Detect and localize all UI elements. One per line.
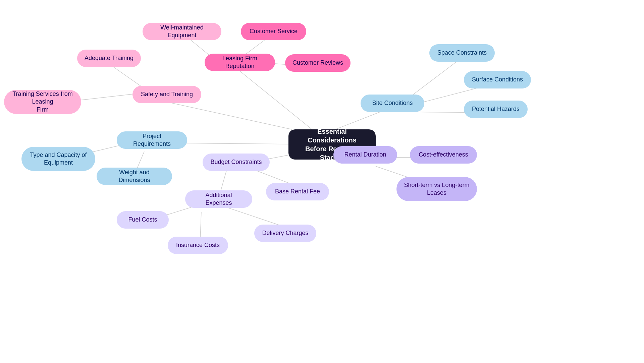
svg-line-12 bbox=[137, 152, 144, 169]
budget-constraints-node: Budget Constraints bbox=[203, 154, 270, 171]
cost-effectiveness-label: Cost-effectiveness bbox=[419, 151, 468, 159]
short-term-long-term-label: Short-term vs Long-term Leases bbox=[404, 181, 469, 197]
space-constraints-label: Space Constraints bbox=[437, 49, 487, 57]
insurance-costs-label: Insurance Costs bbox=[176, 241, 220, 249]
fuel-costs-label: Fuel Costs bbox=[128, 216, 157, 224]
cost-effectiveness-node: Cost-effectiveness bbox=[410, 146, 477, 164]
short-term-long-term-node: Short-term vs Long-term Leases bbox=[396, 177, 477, 201]
well-maintained-label: Well-maintained Equipment bbox=[149, 24, 215, 40]
customer-service-node: Customer Service bbox=[241, 23, 306, 40]
customer-reviews-node: Customer Reviews bbox=[285, 54, 351, 72]
safety-training-node: Safety and Training bbox=[132, 86, 201, 103]
budget-constraints-label: Budget Constraints bbox=[210, 158, 262, 166]
customer-service-label: Customer Service bbox=[250, 27, 298, 35]
type-capacity-label: Type and Capacity of Equipment bbox=[30, 151, 87, 167]
surface-conditions-label: Surface Conditions bbox=[472, 76, 523, 83]
well-maintained-node: Well-maintained Equipment bbox=[143, 23, 221, 40]
weight-dimensions-label: Weight and Dimensions bbox=[103, 169, 165, 184]
adequate-training-node: Adequate Training bbox=[77, 50, 141, 67]
project-requirements-node: Project Requirements bbox=[117, 131, 187, 149]
space-constraints-node: Space Constraints bbox=[429, 44, 495, 62]
weight-dimensions-node: Weight and Dimensions bbox=[97, 168, 172, 185]
svg-line-16 bbox=[200, 212, 201, 239]
training-services-label: Training Services from Leasing Firm bbox=[11, 90, 74, 114]
surface-conditions-node: Surface Conditions bbox=[464, 71, 531, 88]
delivery-charges-label: Delivery Charges bbox=[262, 229, 308, 237]
rental-duration-node: Rental Duration bbox=[333, 146, 397, 164]
potential-hazards-label: Potential Hazards bbox=[472, 105, 520, 113]
svg-line-0 bbox=[240, 71, 312, 129]
site-conditions-node: Site Conditions bbox=[361, 95, 424, 112]
leasing-firm-reputation-node: Leasing Firm Reputation bbox=[205, 54, 275, 71]
base-rental-fee-node: Base Rental Fee bbox=[266, 183, 329, 200]
delivery-charges-node: Delivery Charges bbox=[254, 225, 316, 242]
insurance-costs-node: Insurance Costs bbox=[168, 237, 228, 254]
svg-line-1 bbox=[167, 102, 292, 129]
additional-expenses-node: Additional Expenses bbox=[185, 190, 252, 208]
training-services-node: Training Services from Leasing Firm bbox=[4, 90, 81, 114]
type-capacity-node: Type and Capacity of Equipment bbox=[21, 147, 95, 171]
fuel-costs-node: Fuel Costs bbox=[117, 211, 169, 229]
additional-expenses-label: Additional Expenses bbox=[192, 191, 246, 207]
site-conditions-label: Site Conditions bbox=[372, 99, 413, 107]
base-rental-fee-label: Base Rental Fee bbox=[275, 188, 320, 195]
rental-duration-label: Rental Duration bbox=[344, 151, 386, 159]
adequate-training-label: Adequate Training bbox=[85, 54, 133, 62]
leasing-firm-reputation-label: Leasing Firm Reputation bbox=[211, 55, 268, 70]
project-requirements-label: Project Requirements bbox=[123, 132, 180, 148]
customer-reviews-label: Customer Reviews bbox=[292, 59, 343, 67]
potential-hazards-node: Potential Hazards bbox=[464, 101, 528, 118]
safety-training-label: Safety and Training bbox=[141, 90, 193, 98]
